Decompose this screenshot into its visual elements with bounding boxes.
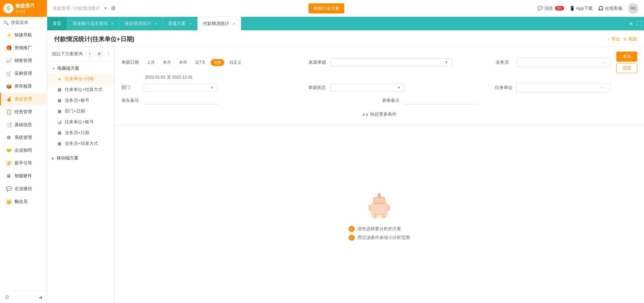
sidebar-item-label: 采购管理 — [14, 70, 32, 77]
this-year-btn[interactable]: 本年 — [176, 58, 190, 67]
gear-icon: ⚙ — [97, 52, 101, 56]
tab-new-scheme[interactable]: 新建方案 ✕ — [163, 17, 198, 30]
status-filter-group: 单据状态 ▼ — [308, 84, 490, 92]
finance-icon: 💰 — [6, 96, 12, 102]
export-button[interactable]: ↑ 导出 — [608, 36, 620, 42]
search-menu[interactable]: 🔍 搜索菜单 — [0, 17, 47, 29]
sidebar-item-wechat[interactable]: 💬 企业微信 — [0, 182, 47, 195]
close-tab-button[interactable]: ✕ — [629, 21, 633, 27]
sidebar-item-marketing[interactable]: 🎁 营销推广 — [0, 41, 47, 54]
sidebar-item-label: 企业微信 — [14, 186, 32, 192]
last-7days-btn[interactable]: 近7天 — [192, 58, 209, 67]
sidebar-item-sales[interactable]: 📈 销售管理 — [0, 54, 47, 67]
tab-bank[interactable]: 现金银行流水查询 ✕ — [67, 17, 119, 30]
svg-point-5 — [376, 200, 378, 201]
tab-close-icon[interactable]: ✕ — [189, 22, 192, 26]
sidebar-item-hardware[interactable]: 🖥 智能硬件 — [0, 170, 47, 182]
maximize-button[interactable]: ⛶ — [636, 21, 641, 27]
app-download-button[interactable]: 📱 App下载 — [569, 5, 593, 11]
scheme-item-unit-settle[interactable]: ▦ 往来单位+结算方式 — [47, 84, 114, 95]
this-month-btn[interactable]: 本月 — [160, 58, 174, 67]
sidebar-item-system[interactable]: ⚙ 系统管理 — [0, 131, 47, 144]
collapse-panel-button[interactable]: 《 — [105, 51, 110, 57]
scheme-item-staff-settle[interactable]: ▦ 业务员+结算方式 — [47, 138, 114, 149]
sidebar-item-label: 快捷导航 — [14, 32, 32, 38]
logo-icon: 6 — [3, 3, 13, 13]
sidebar-item-guide[interactable]: 🧭 新手引导 — [0, 157, 47, 170]
svg-rect-12 — [382, 215, 385, 218]
online-service-label: 在线客服 — [605, 5, 622, 11]
tab-close-icon[interactable]: ✕ — [111, 22, 114, 26]
date-range-display: 2022-01-01 至 2022-12-31 — [145, 74, 637, 80]
scheme-settings-button[interactable]: ⚙ — [95, 50, 103, 58]
guide-icon: 🧭 — [6, 160, 12, 166]
tab-payment[interactable]: 付款情况统计 ✕ — [198, 17, 241, 30]
desktop-group-header[interactable]: ▼ 电脑端方案 — [47, 63, 114, 73]
hint-text-2: 用过滤条件来缩小分析范围 — [357, 235, 410, 241]
sidebar-item-operation[interactable]: 📋 经营管理 — [0, 105, 47, 118]
date-buttons: 上月 本月 本年 近7天 更多 自定义 — [144, 58, 244, 67]
empty-state: 1 请先选择要分析的方案 2 用过滤条件来缩小分析范围 — [115, 125, 644, 303]
filter-settings-button[interactable]: 设置 — [616, 63, 637, 73]
refresh-icon: ↻ — [623, 37, 627, 42]
tab-close-icon[interactable]: ✕ — [154, 22, 157, 26]
sidebar-item-quick-nav[interactable]: ⚡ 快捷导航 — [0, 29, 47, 41]
custom-btn[interactable]: 自定义 — [226, 58, 244, 67]
tab-label: 现金银行流水查询 — [72, 21, 108, 27]
trial-button[interactable]: 体验行业方案 — [309, 3, 344, 13]
scheme-icon: ▦ — [57, 130, 62, 135]
sidebar: 6 畅捷通巧 标准版 🔍 搜索菜单 ⚡ 快捷导航 🎁 营销推广 📈 销售管理 🛒… — [0, 0, 47, 303]
add-icon: + — [88, 52, 91, 56]
settings-icon[interactable]: ⚙ — [5, 294, 9, 300]
top-bar: 资金管理 / 付款情况统计 ▼ ⚙ 体验行业方案 💬 消息 99+ 📱 App下… — [47, 0, 644, 17]
scheme-item-staff-account[interactable]: ▦ 业务员+账号 — [47, 95, 114, 106]
purchase-icon: 🛒 — [6, 70, 12, 77]
tab-home[interactable]: 首页 — [47, 17, 67, 30]
last-month-btn[interactable]: 上月 — [144, 58, 158, 67]
chevron-down-icon[interactable]: ▼ — [104, 6, 108, 11]
more-btn[interactable]: 更多 — [211, 59, 224, 66]
scheme-icon: ▦ — [57, 141, 62, 146]
scheme-item-staff-date[interactable]: ▦ 业务员+日期 — [47, 127, 114, 138]
sidebar-item-inventory[interactable]: 📦 库存核算 — [0, 80, 47, 93]
empty-illustration — [362, 187, 396, 221]
scheme-item-unit-account[interactable]: 📊 往来单位+账号 — [47, 117, 114, 127]
collapse-conditions-button[interactable]: ∧∧ 收起更多条件 — [121, 109, 637, 120]
chart-icon: 📊 — [57, 119, 62, 125]
online-service-button[interactable]: 🎧 在线客服 — [598, 5, 622, 11]
sidebar-item-member[interactable]: 👑 畅会员 — [0, 195, 47, 208]
scheme-item-unit-date[interactable]: ● 往来单位+日期 — [47, 73, 114, 84]
gear-icon[interactable]: ⚙ — [111, 5, 116, 11]
staff-filter-group: 业务员 ··· — [496, 58, 611, 67]
inventory-icon: 📦 — [6, 83, 12, 89]
sidebar-item-finance[interactable]: 💰 资金管理 — [0, 93, 47, 105]
dept-select[interactable]: ▼ — [144, 84, 218, 92]
page-header: 付款情况统计(往来单位+日期) ↑ 导出 ↻ 刷新 — [47, 30, 644, 47]
empty-hint-2: 2 用过滤条件来缩小分析范围 — [349, 235, 410, 241]
scheme-item-dept-date[interactable]: ▦ 部门+日期 — [47, 106, 114, 117]
staff-select[interactable]: ··· — [517, 58, 611, 67]
collapse-sidebar-icon[interactable]: ◀ — [38, 295, 42, 300]
tab-receipt[interactable]: 收款情况统计 ✕ — [119, 17, 163, 30]
note-body-input[interactable] — [404, 96, 478, 104]
tab-close-icon[interactable]: ✕ — [233, 22, 235, 26]
sidebar-item-enterprise[interactable]: 🤝 企业协同 — [0, 144, 47, 157]
status-select[interactable]: ▼ — [330, 84, 405, 92]
left-panel-actions: + ⚙ 《 — [86, 50, 110, 58]
sidebar-item-purchase[interactable]: 🛒 采购管理 — [0, 67, 47, 80]
note-header-input[interactable] — [144, 96, 218, 104]
add-scheme-button[interactable]: + — [86, 50, 93, 58]
sidebar-bottom: ⚙ ◀ — [0, 291, 47, 303]
page-header-actions: ↑ 导出 ↻ 刷新 — [608, 36, 638, 42]
staff-label: 业务员 — [496, 59, 515, 65]
refresh-button[interactable]: ↻ 刷新 — [623, 36, 637, 42]
avatar[interactable]: Rit — [628, 3, 639, 14]
unit-select[interactable]: ··· — [516, 83, 610, 92]
mobile-group-header[interactable]: ▶ 移动端方案 — [47, 153, 114, 163]
messages-button[interactable]: 💬 消息 99+ — [537, 5, 564, 11]
page-title: 付款情况统计(往来单位+日期) — [54, 35, 135, 43]
query-button[interactable]: 查询 — [616, 52, 637, 62]
top-bar-right: 💬 消息 99+ 📱 App下载 🎧 在线客服 Rit — [537, 3, 639, 14]
sidebar-item-basic[interactable]: 📑 基础信息 — [0, 118, 47, 131]
source-select[interactable]: ▼ — [331, 58, 452, 66]
